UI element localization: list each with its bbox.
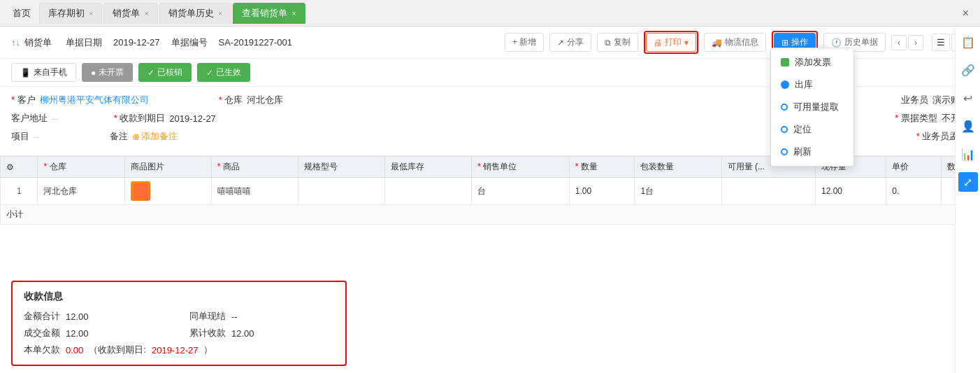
note-label: 备注	[110, 130, 128, 143]
tab-close-view[interactable]: ×	[291, 10, 296, 17]
list-view-button[interactable]: ☰	[932, 34, 950, 51]
tab-label: 销货单	[113, 7, 140, 20]
outbound-icon	[781, 80, 789, 89]
tab-sales-history[interactable]: 销货单历史 ×	[159, 3, 231, 24]
dropdown-available-qty[interactable]: 可用量提取	[771, 96, 853, 118]
payment-date-field: 收款到期日 2019-12-27	[114, 112, 216, 125]
row-spec	[298, 178, 385, 205]
nav-arrows: ‹ ›	[891, 35, 923, 50]
locate-icon	[781, 126, 788, 133]
tab-inventory-init[interactable]: 库存期初 ×	[39, 3, 102, 24]
sidebar-icon-3[interactable]: ↩	[958, 88, 978, 108]
share-button[interactable]: ↗ 分享	[549, 33, 591, 52]
confirmed-button[interactable]: ✓ 已核销	[138, 63, 192, 82]
add-invoice-icon	[781, 58, 789, 66]
total-amount-value: 12.00	[66, 311, 89, 322]
sidebar-icon-2[interactable]: 🔗	[958, 60, 978, 80]
address-value: --	[52, 113, 58, 124]
th-min-stock: 最低库存	[385, 157, 472, 178]
th-spec: 规格型号	[298, 157, 385, 178]
tab-close-history[interactable]: ×	[218, 10, 222, 17]
sidebar-icon-1[interactable]: 📋	[958, 32, 978, 52]
th-sales-unit: 销售单位	[472, 157, 569, 178]
available-qty-icon	[781, 104, 788, 111]
deal-amount-value: 12.00	[66, 328, 89, 339]
logistics-icon: 🚚	[712, 38, 722, 48]
th-settings[interactable]: ⚙	[1, 157, 38, 178]
project-value: --	[34, 132, 40, 142]
receipt-info-box: 收款信息 金额合计 12.00 同单现结 -- 成交金额 12.00 累计收款 …	[11, 281, 347, 366]
cumulative-value: 12.00	[231, 328, 254, 339]
same-order-value: --	[231, 311, 238, 322]
tab-view-sales[interactable]: 查看销货单 ×	[233, 3, 305, 24]
share-icon: ↗	[557, 38, 564, 48]
doc-type-icon: ↑↓	[11, 37, 20, 48]
row-available	[721, 178, 815, 205]
row-number: 1	[1, 178, 38, 205]
table-area: ⚙ 仓库 商品图片 商品 规格型号 最低库存 销售单位 数量 包装数量 可用量 …	[0, 156, 980, 274]
print-button[interactable]: 🖨 打印 ▾	[646, 33, 696, 52]
not-open-button[interactable]: ● 未开票	[82, 63, 133, 82]
arrears-label: 本单欠款	[24, 344, 60, 356]
subtotal-label: 小计	[1, 205, 980, 225]
logistics-button[interactable]: 🚚 物流信息	[704, 33, 766, 52]
tab-close-inventory[interactable]: ×	[89, 10, 93, 17]
tab-label: 库存期初	[48, 7, 85, 20]
th-product: 商品	[211, 157, 298, 178]
ops-dropdown-menu: 添加发票 出库 可用量提取 定位 刷新	[770, 48, 854, 167]
new-button[interactable]: + 新增	[505, 33, 544, 52]
add-invoice-label: 添加发票	[795, 56, 831, 69]
sidebar-icon-4[interactable]: 👤	[958, 116, 978, 136]
tab-home[interactable]: 首页	[6, 7, 38, 20]
dropdown-refresh[interactable]: 刷新	[771, 141, 853, 163]
dropdown-outbound[interactable]: 出库	[771, 73, 853, 96]
project-label: 项目	[11, 130, 29, 143]
copy-button[interactable]: ⧉ 复制	[597, 33, 638, 52]
subtotal-row: 小计	[1, 205, 980, 225]
tab-bar-close-button[interactable]: ×	[957, 7, 974, 20]
refresh-icon	[781, 148, 788, 155]
refresh-label: 刷新	[793, 146, 812, 158]
dropdown-add-invoice[interactable]: 添加发票	[771, 51, 853, 73]
payment-date-value: 2019-12-27	[169, 113, 216, 124]
project-field: 项目 --	[11, 130, 40, 143]
th-pack-qty: 包装数量	[635, 157, 721, 178]
check-icon: ✓	[147, 68, 154, 78]
sidebar-icon-5[interactable]: 📊	[958, 144, 978, 164]
staff2-label: 业务员孟	[916, 130, 959, 143]
effective-button[interactable]: ✓ 已生效	[197, 63, 250, 82]
dropdown-locate[interactable]: 定位	[771, 118, 853, 141]
copy-icon: ⧉	[605, 38, 611, 48]
staff-label: 业务员	[901, 94, 928, 106]
add-note-button[interactable]: ⊕ 添加备注	[132, 130, 178, 143]
product-image-inner	[134, 183, 147, 199]
th-warehouse: 仓库	[38, 157, 124, 178]
deal-amount-row: 成交金额 12.00	[24, 327, 168, 339]
phone-icon: 📱	[20, 68, 31, 78]
cumulative-row: 累计收款 12.00	[189, 327, 334, 339]
bottom-section: 收款信息 金额合计 12.00 同单现结 -- 成交金额 12.00 累计收款 …	[0, 274, 980, 373]
next-arrow[interactable]: ›	[908, 35, 923, 50]
prev-arrow[interactable]: ‹	[891, 35, 907, 50]
tab-sales-order[interactable]: 销货单 ×	[103, 3, 157, 24]
from-phone-button[interactable]: 📱 来自手机	[11, 63, 76, 82]
address-field: 客户地址 --	[11, 112, 58, 125]
address-label: 客户地址	[11, 112, 48, 125]
tab-bar: 首页 库存期初 × 销货单 × 销货单历史 × 查看销货单 × ×	[0, 0, 980, 27]
plus-icon: ⊕	[132, 132, 140, 142]
locate-label: 定位	[793, 123, 812, 136]
print-dropdown-arrow: ▾	[684, 38, 689, 48]
customer-label: 客户	[11, 94, 36, 106]
arrears-row: 本单欠款 0.00 （收款到期日: 2019-12-27 ）	[24, 344, 334, 356]
tab-close-sales[interactable]: ×	[144, 10, 148, 17]
row-product-img	[124, 178, 211, 205]
doc-type-label: 销货单	[24, 36, 52, 49]
arrears-date: 2019-12-27	[152, 345, 199, 356]
row-unit-price: 0.	[886, 178, 941, 205]
arrears-value: 0.00	[66, 345, 83, 356]
customer-value[interactable]: 柳州粤港平安气体有限公司	[40, 94, 149, 106]
doc-actions: + 新增 ↗ 分享 ⧉ 复制 🖨 打印 ▾ 🚚 物流信息	[505, 31, 969, 54]
sidebar-icon-6[interactable]: ⤢	[958, 172, 978, 192]
same-order-label: 同单现结	[189, 310, 226, 323]
warehouse-value: 河北仓库	[247, 94, 283, 106]
